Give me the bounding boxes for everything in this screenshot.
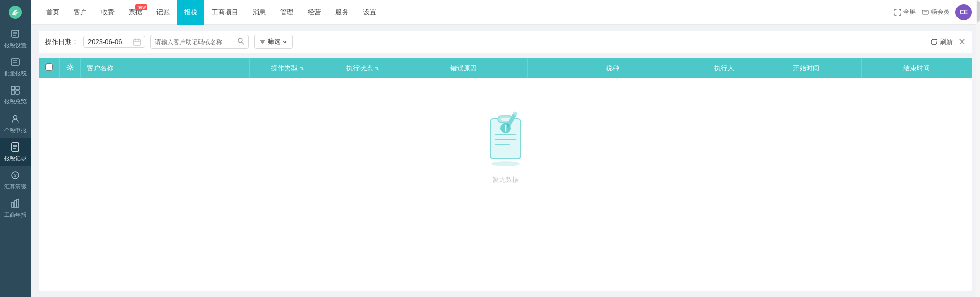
svg-rect-10 bbox=[11, 91, 15, 94]
svg-rect-21 bbox=[17, 199, 19, 207]
annual-report-icon bbox=[10, 198, 20, 210]
svg-point-35 bbox=[491, 161, 520, 166]
sidebar-item-label: 批量报税 bbox=[4, 70, 27, 77]
toolbar: 操作日期： 筛选 bbox=[39, 31, 972, 53]
nav-services[interactable]: 服务 bbox=[328, 0, 356, 25]
th-end-time: 结束时间 bbox=[861, 58, 972, 78]
sidebar-item-label: 汇算清缴 bbox=[4, 183, 27, 190]
filter-button[interactable]: 筛选 bbox=[254, 35, 293, 49]
svg-point-44 bbox=[505, 130, 506, 132]
personal-tax-icon bbox=[10, 114, 20, 125]
svg-rect-19 bbox=[12, 202, 14, 207]
fullscreen-icon bbox=[894, 9, 901, 16]
sidebar-item-settlement[interactable]: ¥ 汇算清缴 bbox=[0, 166, 31, 194]
tax-records-icon bbox=[10, 142, 20, 154]
sidebar-item-label: 工商年报 bbox=[4, 211, 27, 218]
top-navigation: 首页 客户 收费 票据 new 记账 报税 工商项目 消息 管理 经营 bbox=[31, 0, 980, 25]
column-settings-icon bbox=[66, 63, 74, 71]
sidebar-item-tax-settings[interactable]: 报税设置 bbox=[0, 25, 31, 53]
nav-management[interactable]: 管理 bbox=[273, 0, 301, 25]
search-button[interactable] bbox=[233, 35, 248, 48]
svg-text:¥: ¥ bbox=[13, 173, 17, 178]
sort-icon: ⇅ bbox=[300, 66, 304, 71]
empty-state-row: 暂无数据 bbox=[39, 78, 972, 215]
search-icon bbox=[237, 37, 244, 45]
date-input[interactable] bbox=[88, 38, 131, 46]
batch-tax-icon bbox=[10, 57, 20, 69]
sidebar-item-tax-records[interactable]: 报税记录 bbox=[0, 138, 31, 166]
svg-rect-5 bbox=[11, 59, 19, 65]
nav-billing[interactable]: 收费 bbox=[94, 0, 122, 25]
sidebar-item-annual-report[interactable]: 工商年报 bbox=[0, 194, 31, 222]
select-all-checkbox[interactable] bbox=[45, 63, 53, 71]
svg-line-30 bbox=[242, 43, 244, 45]
empty-text: 暂无数据 bbox=[492, 175, 519, 184]
th-exec-status[interactable]: 执行状态 ⇅ bbox=[325, 58, 400, 78]
table-header-row: 客户名称 操作类型 ⇅ 执行状态 ⇅ 错误原因 bbox=[39, 58, 972, 78]
nav-accounts[interactable]: 记账 bbox=[149, 0, 177, 25]
th-checkbox[interactable] bbox=[39, 58, 59, 78]
th-error-reason: 错误原因 bbox=[400, 58, 528, 78]
th-customer-name: 客户名称 bbox=[80, 58, 250, 78]
filter-icon bbox=[260, 39, 266, 45]
sidebar: 报税设置 批量报税 报税总览 个税申报 报税记录 ¥ 汇算清缴 工 bbox=[0, 0, 31, 297]
member-button[interactable]: 畅会员 bbox=[922, 8, 949, 16]
fullscreen-button[interactable]: 全屏 bbox=[894, 8, 916, 16]
svg-point-34 bbox=[69, 66, 71, 69]
sort-icon: ⇅ bbox=[375, 66, 379, 71]
sidebar-item-label: 报税记录 bbox=[4, 155, 27, 162]
svg-point-29 bbox=[238, 38, 242, 43]
logo-icon bbox=[8, 5, 23, 20]
th-executor: 执行人 bbox=[697, 58, 751, 78]
settlement-icon: ¥ bbox=[10, 170, 20, 182]
nav-home[interactable]: 首页 bbox=[39, 0, 66, 25]
date-picker[interactable] bbox=[83, 36, 145, 48]
svg-rect-22 bbox=[922, 10, 928, 14]
search-input[interactable] bbox=[151, 36, 233, 48]
sidebar-item-tax-summary[interactable]: 报税总览 bbox=[0, 81, 31, 109]
sidebar-logo[interactable] bbox=[0, 0, 31, 25]
sidebar-item-personal-tax[interactable]: 个税申报 bbox=[0, 110, 31, 138]
chevron-down-icon bbox=[282, 39, 287, 45]
search-box bbox=[150, 35, 249, 49]
close-button[interactable]: ✕ bbox=[958, 37, 966, 47]
topnav-right: 全屏 畅会员 CE bbox=[894, 4, 972, 20]
new-badge: new bbox=[135, 4, 147, 11]
nav-customers[interactable]: 客户 bbox=[66, 0, 94, 25]
content-area: 操作日期： 筛选 bbox=[31, 25, 980, 297]
empty-state: 暂无数据 bbox=[39, 78, 972, 215]
main-content: 首页 客户 收费 票据 new 记账 报税 工商项目 消息 管理 经营 bbox=[31, 0, 980, 297]
nav-messages[interactable]: 消息 bbox=[245, 0, 273, 25]
nav-operations[interactable]: 经营 bbox=[301, 0, 328, 25]
date-label: 操作日期： bbox=[45, 37, 78, 47]
refresh-button[interactable]: 刷新 bbox=[930, 37, 953, 47]
svg-rect-11 bbox=[16, 91, 19, 94]
th-start-time: 开始时间 bbox=[751, 58, 862, 78]
toolbar-right: 刷新 ✕ bbox=[930, 37, 966, 47]
nav-industry[interactable]: 工商项目 bbox=[204, 0, 245, 25]
page-content: 操作日期： 筛选 bbox=[31, 25, 980, 297]
empty-illustration bbox=[477, 109, 534, 170]
member-icon bbox=[922, 9, 929, 16]
sidebar-item-label: 报税总览 bbox=[4, 98, 27, 105]
th-settings[interactable] bbox=[59, 58, 80, 78]
nav-tax[interactable]: 报税 bbox=[177, 0, 204, 25]
calendar-icon bbox=[133, 38, 141, 46]
sidebar-item-batch-tax[interactable]: 批量报税 bbox=[0, 53, 31, 81]
sidebar-item-label: 个税申报 bbox=[4, 127, 27, 134]
svg-point-12 bbox=[14, 115, 17, 119]
svg-rect-25 bbox=[134, 39, 140, 45]
data-table: 客户名称 操作类型 ⇅ 执行状态 ⇅ 错误原因 bbox=[39, 58, 972, 291]
sidebar-item-label: 报税设置 bbox=[4, 42, 27, 49]
nav-settings[interactable]: 设置 bbox=[356, 0, 383, 25]
tax-summary-icon bbox=[10, 85, 20, 97]
avatar[interactable]: CE bbox=[955, 4, 972, 20]
svg-rect-9 bbox=[16, 86, 19, 90]
refresh-icon bbox=[930, 38, 938, 46]
nav-invoices[interactable]: 票据 new bbox=[122, 0, 149, 25]
svg-rect-8 bbox=[11, 86, 15, 90]
svg-rect-20 bbox=[14, 201, 16, 207]
svg-rect-38 bbox=[501, 118, 510, 121]
th-operation-type[interactable]: 操作类型 ⇅ bbox=[250, 58, 325, 78]
tax-settings-icon bbox=[10, 29, 20, 40]
